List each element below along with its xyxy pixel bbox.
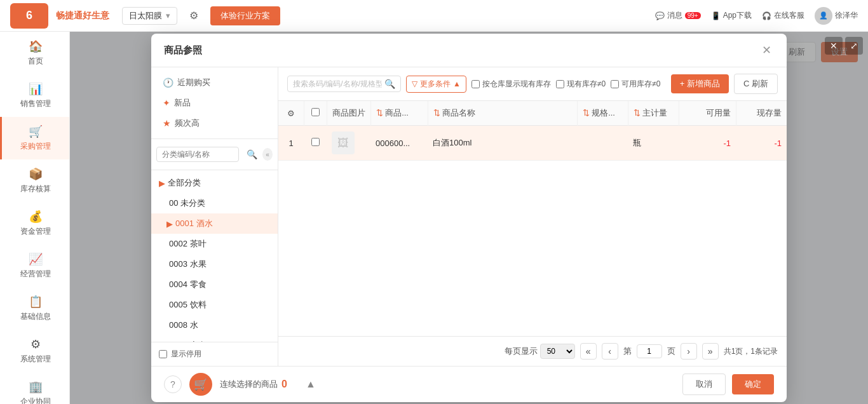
sidebar-label-sales: 销售管理 bbox=[20, 98, 51, 109]
first-page-button[interactable]: « bbox=[580, 343, 597, 360]
nav-recent-purchase[interactable]: 🕐 近期购买 bbox=[156, 72, 273, 93]
prev-page-button[interactable]: ‹ bbox=[602, 343, 618, 360]
show-disabled-label: 显示停用 bbox=[171, 349, 201, 360]
cat-item-0002[interactable]: 0002 茶叶 bbox=[151, 234, 278, 254]
confirm-button[interactable]: 确定 bbox=[732, 374, 774, 394]
cell-unit: 瓶 bbox=[628, 126, 679, 161]
modal-close-button[interactable]: ✕ bbox=[759, 43, 774, 58]
product-table: ⚙ 商品图片 ⇅ 商品... bbox=[278, 101, 787, 161]
category-search-icon[interactable]: 🔍 bbox=[241, 144, 262, 165]
col-header-avail: 可用量 bbox=[679, 101, 736, 126]
footer-action-buttons: 取消 确定 bbox=[682, 374, 774, 395]
new-icon: ✦ bbox=[163, 98, 170, 108]
row-checkbox[interactable] bbox=[311, 138, 320, 146]
sidebar-item-system[interactable]: ⚙ 系统管理 bbox=[0, 330, 69, 372]
col-header-spec[interactable]: ⇅ 规格... bbox=[577, 101, 628, 126]
table-body: 1 🖼 000600... 白酒100ml 瓶 bbox=[278, 126, 787, 161]
minimize-icon[interactable]: ✕ bbox=[825, 37, 843, 55]
left-nav: 🕐 近期购买 ✦ 新品 ★ 频次高 bbox=[151, 67, 278, 139]
next-page-button[interactable]: › bbox=[681, 343, 697, 360]
current-page-input[interactable] bbox=[637, 344, 662, 358]
warehouse-stock-checkbox-wrap[interactable]: 按仓库显示现有库存 bbox=[471, 79, 551, 90]
total-info: 共1页，1条记录 bbox=[724, 346, 778, 357]
username-label: 徐泽华 bbox=[835, 10, 858, 21]
nav-high-freq[interactable]: ★ 频次高 bbox=[156, 113, 273, 133]
modal-corner-buttons: ✕ ⤢ bbox=[825, 37, 863, 55]
online-service-item[interactable]: 🎧 在线客服 bbox=[762, 10, 804, 21]
app-download-item[interactable]: 📱 App下载 bbox=[711, 10, 752, 21]
cancel-button[interactable]: 取消 bbox=[682, 374, 726, 395]
refresh-button[interactable]: C 刷新 bbox=[734, 74, 778, 94]
col-header-name[interactable]: ⇅ 商品名称 bbox=[428, 101, 577, 126]
col-header-checkbox[interactable] bbox=[304, 101, 327, 126]
col-header-settings[interactable]: ⚙ bbox=[278, 101, 304, 126]
message-item[interactable]: 💬 消息 99+ bbox=[655, 10, 701, 21]
brand-name: 畅捷通好生意 bbox=[56, 10, 109, 22]
cat-item-0008[interactable]: 0008 水 bbox=[151, 315, 278, 335]
collapse-left-panel-btn[interactable]: « bbox=[262, 148, 273, 161]
more-conditions-label: 更多条件 bbox=[420, 79, 451, 90]
chevron-down-icon: ▾ bbox=[166, 11, 170, 20]
product-search-input[interactable] bbox=[293, 79, 382, 88]
category-search-input[interactable] bbox=[156, 147, 239, 162]
cat-item-0010[interactable]: 0010 家电 bbox=[151, 335, 278, 342]
show-disabled-checkbox[interactable] bbox=[159, 350, 167, 358]
help-button[interactable]: ? bbox=[164, 375, 182, 393]
cat-0001-label: 0001 酒水 bbox=[175, 218, 213, 229]
user-profile-item[interactable]: 👤 徐泽华 bbox=[815, 7, 858, 25]
sidebar-label-finance: 资金管理 bbox=[20, 226, 51, 237]
sidebar-item-sales[interactable]: 📊 销售管理 bbox=[0, 74, 69, 117]
show-disabled-row: 显示停用 bbox=[151, 342, 278, 366]
select-all-checkbox[interactable] bbox=[311, 108, 320, 116]
pagination-bar: 每页显示 50 20 100 « ‹ 第 页 bbox=[278, 336, 787, 366]
cat-item-0004[interactable]: 0004 零食 bbox=[151, 274, 278, 295]
add-product-button[interactable]: + 新增商品 bbox=[671, 74, 729, 93]
home-icon: 🏠 bbox=[29, 39, 43, 53]
table-row[interactable]: 1 🖼 000600... 白酒100ml 瓶 bbox=[278, 126, 787, 161]
col-header-code[interactable]: ⇅ 商品... bbox=[370, 101, 428, 126]
sidebar-item-enterprise[interactable]: 🏢 企业协同 bbox=[0, 372, 69, 404]
cat-item-0005[interactable]: 0005 饮料 bbox=[151, 295, 278, 315]
sidebar-item-purchase[interactable]: 🛒 采购管理 bbox=[0, 117, 69, 159]
avail-stock-checkbox[interactable] bbox=[611, 80, 619, 88]
more-conditions-button[interactable]: ▽ 更多条件 ▲ bbox=[406, 76, 466, 93]
trial-button[interactable]: 体验行业方案 bbox=[210, 6, 280, 25]
sidebar-label-home: 首页 bbox=[28, 56, 43, 67]
cat-item-0003[interactable]: 0003 水果 bbox=[151, 254, 278, 274]
sidebar-label-purchase: 采购管理 bbox=[20, 141, 51, 152]
warehouse-selector[interactable]: 日太阳膜 ▾ bbox=[122, 7, 177, 25]
cat-00-label: 00 未分类 bbox=[169, 198, 205, 209]
sidebar-item-operation[interactable]: 📈 经营管理 bbox=[0, 245, 69, 287]
avatar: 👤 bbox=[815, 7, 832, 25]
avail-stock-label: 可用库存≠0 bbox=[621, 79, 660, 90]
settings-icon[interactable]: ⚙ bbox=[184, 6, 204, 26]
sales-icon: 📊 bbox=[29, 82, 43, 96]
last-page-button[interactable]: » bbox=[702, 343, 719, 360]
col-header-unit[interactable]: ⇅ 主计量 bbox=[628, 101, 679, 126]
cell-checkbox[interactable] bbox=[304, 126, 327, 161]
cart-button[interactable]: 🛒 bbox=[189, 373, 212, 396]
expand-icon[interactable]: ⤢ bbox=[845, 37, 863, 55]
app-logo: 6 bbox=[10, 3, 48, 29]
cell-spec bbox=[577, 126, 628, 161]
sidebar-item-home[interactable]: 🏠 首页 bbox=[0, 32, 69, 74]
avail-stock-checkbox-wrap[interactable]: 可用库存≠0 bbox=[611, 79, 660, 90]
cat-item-00[interactable]: 00 未分类 bbox=[151, 193, 278, 213]
sidebar-item-inventory[interactable]: 📦 库存核算 bbox=[0, 159, 69, 202]
footer-collapse-button[interactable]: ▲ bbox=[302, 375, 320, 393]
cat-item-0001[interactable]: ▶ 0001 酒水 bbox=[151, 213, 278, 234]
current-stock-checkbox[interactable] bbox=[556, 80, 564, 88]
page-size-select[interactable]: 50 20 100 bbox=[540, 344, 575, 359]
enterprise-icon: 🏢 bbox=[29, 380, 43, 394]
current-stock-checkbox-wrap[interactable]: 现有库存≠0 bbox=[556, 79, 606, 90]
page-prefix: 第 bbox=[623, 346, 632, 357]
headset-icon: 🎧 bbox=[762, 11, 771, 20]
modal-footer: ? 🛒 连续选择的商品 0 ▲ 取消 确定 bbox=[151, 366, 787, 402]
warehouse-stock-checkbox[interactable] bbox=[471, 80, 480, 88]
cat-item-all[interactable]: ▶ 全部分类 bbox=[151, 173, 278, 193]
warehouse-selector-text: 日太阳膜 bbox=[129, 10, 162, 22]
product-search-icon[interactable]: 🔍 bbox=[384, 79, 395, 89]
sidebar-item-finance[interactable]: 💰 资金管理 bbox=[0, 202, 69, 245]
sidebar-item-basic[interactable]: 📋 基础信息 bbox=[0, 287, 69, 330]
nav-new-products[interactable]: ✦ 新品 bbox=[156, 93, 273, 113]
